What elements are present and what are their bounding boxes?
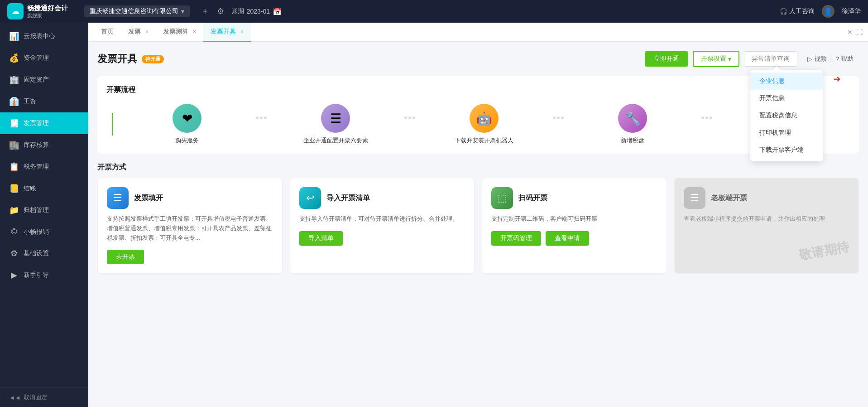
billing-import-icon: ↩ [299, 187, 321, 209]
page-title-text: 发票开具 [97, 52, 137, 66]
salary-icon: 👔 [9, 97, 19, 107]
sidebar-item-jiezhang[interactable]: 📒 结账 [0, 178, 88, 199]
settings-icon[interactable]: ⚙ [217, 6, 224, 16]
billing-scan-btn1[interactable]: 开票码管理 [491, 231, 541, 246]
archive-icon: 📁 [9, 205, 19, 215]
dropdown-item-taxdisk[interactable]: 配置税盘信息 [750, 107, 823, 124]
sidebar-item-xinshou[interactable]: ▶ 新手引导 [0, 264, 88, 286]
settings-dropdown-menu: ➜ 企业信息 开票信息 配置税盘信息 打印机管理 [750, 70, 823, 161]
sidebar-item-xiaochang[interactable]: © 小畅报销 [0, 221, 88, 242]
process-label-4: 新增税盘 [621, 136, 644, 145]
calendar-icon[interactable]: 📅 [273, 7, 282, 16]
sidebar-item-label: 小畅报销 [24, 228, 49, 236]
cancel-label: 取消固定 [24, 393, 47, 402]
tax-icon: 📋 [9, 162, 19, 172]
sidebar-item-yunbaobiao[interactable]: 📊 云报表中心 [0, 25, 88, 47]
video-label: 视频 [814, 55, 827, 63]
abnormal-list-button[interactable]: 异常清单查询 [744, 51, 797, 67]
dropdown-item-printer[interactable]: 打印机管理 [750, 124, 823, 141]
billing-section: 开票方式 ☰ 发票填开 支持按照发票样式手工填开发票；可开具增值税电子普通发票、… [97, 163, 859, 274]
period-info: 账期 2023-01 📅 [231, 7, 282, 16]
maximize-icon[interactable]: ⛶ [856, 29, 863, 36]
invoice-icon: 🧾 [9, 118, 19, 128]
tab-fapiao-close[interactable]: × [145, 29, 149, 35]
tab-right-actions: ✕ ⛶ [847, 29, 863, 36]
tab-cesuan[interactable]: 发票测算 × [156, 23, 203, 42]
billing-import-btn[interactable]: 导入清单 [299, 231, 343, 246]
gear-icon: ⚙ [9, 248, 19, 258]
billing-fill-btn[interactable]: 去开票 [107, 250, 144, 264]
dropdown-printer-label: 打印机管理 [759, 129, 791, 137]
sidebar-item-zijin[interactable]: 💰 资金管理 [0, 47, 88, 69]
process-icon-3: 🤖 [470, 104, 499, 133]
video-button[interactable]: ▷ 视频 | ? 帮助 [802, 52, 859, 66]
page-header: 发票开具 待开通 立即开通 开票设置 ▾ 异常清单查询 ▷ 视频 [97, 51, 859, 67]
tab-home[interactable]: 首页 [94, 23, 121, 42]
header-actions: 立即开通 开票设置 ▾ 异常清单查询 ▷ 视频 | ? 帮助 [645, 51, 859, 67]
process-dots-2 [404, 116, 415, 132]
cancel-fixed-button[interactable]: ◄◄ 取消固定 [0, 388, 88, 407]
status-badge: 待开通 [142, 55, 164, 63]
billing-boss-desc: 查看老板端小程序提交的开票申请，并作出相应的处理 [684, 214, 850, 224]
billing-scan-desc: 支持定制开票二维码，客户端可扫码开票 [491, 214, 657, 224]
expense-icon: © [9, 227, 19, 237]
settings-label: 开票设置 [701, 55, 726, 63]
close-window-icon[interactable]: ✕ [847, 29, 853, 36]
dropdown-item-company[interactable]: 企业信息 [750, 73, 823, 90]
billing-card-boss: ☰ 老板端开票 查看老板端小程序提交的开票申请，并作出相应的处理 敬请期待 [674, 178, 859, 274]
process-step-1: ❤ 购买服务 [118, 104, 256, 145]
tab-kaiju[interactable]: 发票开具 × [203, 23, 251, 42]
tab-kaiju-label: 发票开具 [211, 28, 236, 36]
sidebar-item-gongzi[interactable]: 👔 工资 [0, 91, 88, 112]
sidebar-item-label: 发票管理 [24, 119, 49, 127]
billing-import-desc: 支持导入待开票清单，可对待开票清单进行拆分、合并处理。 [299, 214, 465, 224]
logo-sub: 旗舰版 [27, 12, 68, 19]
avatar: 👤 [822, 5, 834, 18]
company-selector[interactable]: 重庆畅捷交通信息咨询有限公司 ▾ [84, 5, 190, 17]
process-flow: ❤ 购买服务 ☰ 企业开通配置开票六要素 [106, 104, 850, 145]
settings-dropdown-button[interactable]: 开票设置 ▾ [693, 51, 739, 67]
sidebar-item-label: 基础设置 [24, 249, 49, 257]
coming-soon-watermark: 敬请期待 [798, 238, 851, 264]
billing-card-import-header: ↩ 导入开票清单 [299, 187, 465, 209]
consult-button[interactable]: 🎧 人工咨询 [780, 7, 815, 15]
dropdown-company-label: 企业信息 [759, 77, 785, 85]
tab-kaiju-close[interactable]: × [240, 29, 244, 35]
logo-name: 畅捷通好会计 [27, 4, 68, 12]
sidebar-item-label: 新手引导 [24, 271, 49, 279]
sidebar-item-label: 云报表中心 [24, 32, 55, 40]
billing-scan-btn2[interactable]: 查看申请 [546, 231, 589, 246]
billing-fill-desc: 支持按照发票样式手工填开发票；可开具增值税电子普通发票、增值税普通发票、增值税专… [107, 214, 273, 242]
sidebar-item-jichushezhi[interactable]: ⚙ 基础设置 [0, 242, 88, 264]
sidebar-item-kucun[interactable]: 🏬 库存核算 [0, 134, 88, 156]
billing-methods-grid: ☰ 发票填开 支持按照发票样式手工填开发票；可开具增值税电子普通发票、增值税普通… [97, 178, 859, 274]
billing-fill-icon: ☰ [107, 187, 129, 209]
dropdown-download-label: 下载开票客户端 [759, 146, 804, 154]
sidebar-item-gudingzichan[interactable]: 🏢 固定资产 [0, 69, 88, 91]
billing-boss-title: 老板端开票 [711, 194, 747, 203]
sidebar-item-label: 固定资产 [24, 76, 49, 84]
tab-cesuan-close[interactable]: × [193, 29, 196, 35]
sidebar-item-label: 资金管理 [24, 54, 49, 62]
pin-icon: ◄◄ [9, 394, 21, 401]
process-dots-1 [256, 116, 267, 132]
dropdown-item-download[interactable]: 下载开票客户端 [750, 141, 823, 159]
sidebar-item-guidang[interactable]: 📁 归档管理 [0, 199, 88, 221]
dropdown-item-invoice[interactable]: 开票信息 [750, 90, 823, 107]
process-dots-3 [553, 116, 564, 132]
sidebar-item-shuiwu[interactable]: 📋 税务管理 [0, 156, 88, 178]
billing-card-boss-header: ☰ 老板端开票 [684, 187, 850, 209]
billing-card-scan-header: ⬚ 扫码开票 [491, 187, 657, 209]
company-name: 重庆畅捷交通信息咨询有限公司 [90, 7, 178, 15]
arrow-indicator: ➜ [833, 73, 841, 84]
billing-card-fill: ☰ 发票填开 支持按照发票样式手工填开发票；可开具增值税电子普通发票、增值税普通… [97, 178, 283, 274]
billing-import-title: 导入开票清单 [326, 194, 370, 203]
tab-fapiao[interactable]: 发票 × [121, 23, 156, 42]
dropdown-taxdisk-label: 配置税盘信息 [759, 111, 797, 120]
process-step-2: ☰ 企业开通配置开票六要素 [267, 104, 404, 145]
activate-button[interactable]: 立即开通 [645, 51, 688, 67]
sidebar: 📊 云报表中心 💰 资金管理 🏢 固定资产 👔 工资 🧾 发票管理 🏬 [0, 23, 88, 407]
page-content: 发票开具 待开通 立即开通 开票设置 ▾ 异常清单查询 ▷ 视频 [88, 42, 868, 407]
add-tab-icon[interactable]: + [201, 6, 210, 17]
sidebar-item-fapiao[interactable]: 🧾 发票管理 [0, 112, 88, 134]
